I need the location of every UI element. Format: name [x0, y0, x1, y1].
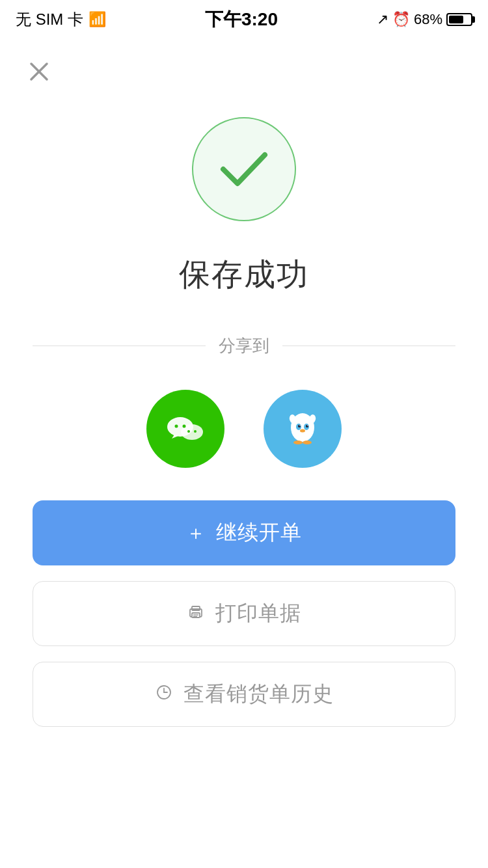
- svg-rect-22: [192, 606, 200, 610]
- share-icons-row: [33, 390, 455, 468]
- print-button[interactable]: 打印单据: [33, 581, 455, 646]
- close-icon: [27, 60, 51, 83]
- svg-point-14: [299, 425, 301, 426]
- plus-icon: ＋: [186, 520, 206, 547]
- continue-button-label: 继续开单: [216, 519, 302, 547]
- battery-fill: [449, 16, 463, 23]
- history-button-label: 查看销货单历史: [183, 680, 334, 709]
- svg-point-15: [307, 425, 308, 426]
- history-icon-svg: [155, 683, 173, 701]
- location-icon: ↗: [377, 11, 388, 28]
- success-area: 保存成功: [0, 91, 488, 334]
- checkmark-icon: [218, 150, 270, 189]
- status-bar-right: ↗ ⏰ 68%: [377, 11, 472, 28]
- close-button[interactable]: [20, 52, 59, 91]
- wechat-share-button[interactable]: [146, 390, 224, 468]
- history-icon: [155, 683, 173, 706]
- action-buttons: ＋ 继续开单 打印单据: [0, 500, 488, 727]
- qq-share-button[interactable]: [264, 390, 342, 468]
- svg-point-7: [194, 430, 197, 433]
- status-bar: 无 SIM 卡 📶 下午3:20 ↗ ⏰ 68%: [0, 0, 488, 39]
- share-divider-row: 分享到: [33, 334, 455, 357]
- svg-point-6: [187, 430, 190, 433]
- divider-right: [282, 346, 455, 346]
- svg-point-19: [293, 441, 303, 444]
- status-bar-left: 无 SIM 卡 📶: [16, 9, 106, 30]
- history-button[interactable]: 查看销货单历史: [33, 662, 455, 727]
- battery-percent: 68%: [414, 11, 442, 28]
- battery-icon: [446, 13, 472, 26]
- alarm-icon: ⏰: [392, 11, 410, 28]
- success-title: 保存成功: [179, 254, 309, 295]
- print-button-label: 打印单据: [215, 599, 301, 628]
- printer-icon: [187, 603, 205, 625]
- wechat-icon: [163, 406, 208, 452]
- printer-icon-svg: [187, 603, 205, 621]
- status-bar-time: 下午3:20: [205, 7, 278, 32]
- share-label: 分享到: [219, 334, 269, 357]
- share-section: 分享到: [0, 334, 488, 468]
- wifi-icon: 📶: [88, 11, 106, 28]
- divider-left: [33, 346, 206, 346]
- qq-icon: [280, 406, 325, 452]
- svg-point-20: [303, 441, 312, 444]
- svg-point-16: [300, 429, 305, 433]
- success-circle: [192, 117, 296, 221]
- svg-point-4: [175, 425, 178, 428]
- page-container: 保存成功 分享到: [0, 39, 488, 868]
- continue-button[interactable]: ＋ 继续开单: [33, 500, 455, 565]
- svg-point-5: [183, 425, 186, 428]
- sim-label: 无 SIM 卡: [16, 9, 83, 30]
